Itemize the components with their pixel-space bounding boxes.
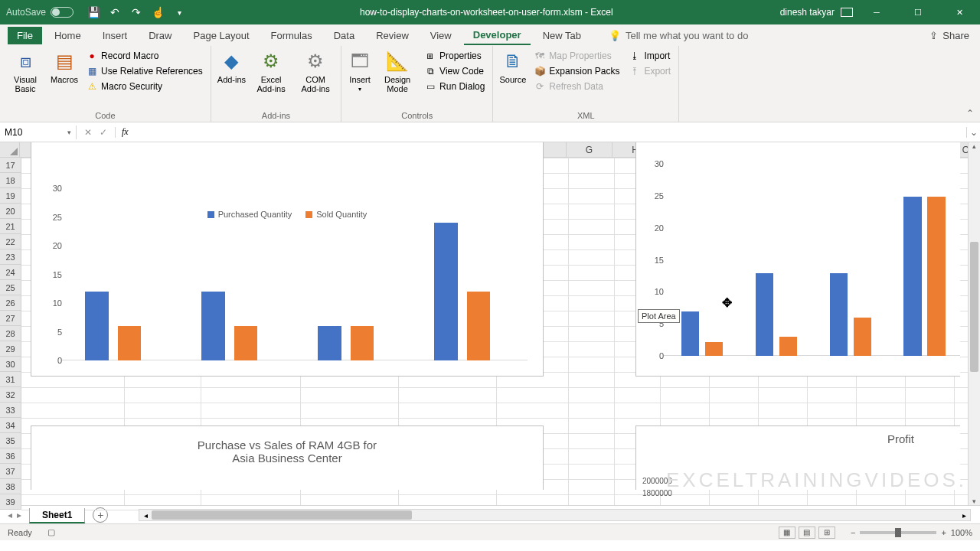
row-header-36[interactable]: 36 <box>0 448 21 464</box>
zoom-in-button[interactable]: + <box>941 528 946 537</box>
bar2-c4-s1[interactable] <box>903 197 921 356</box>
chart-profit[interactable]: Profit 2000000 1800000 <box>635 425 960 490</box>
chevron-down-icon[interactable]: ▾ <box>67 129 71 136</box>
row-header-32[interactable]: 32 <box>0 387 21 403</box>
com-addins-button[interactable]: ⚙COM Add-ins <box>296 49 335 93</box>
enter-formula-icon[interactable]: ✓ <box>100 127 107 138</box>
user-name[interactable]: dinesh takyar <box>780 7 835 18</box>
map-properties-button[interactable]: 🗺Map Properties <box>532 49 621 63</box>
expansion-packs-button[interactable]: 📦Expansion Packs <box>532 64 621 78</box>
tab-page-layout[interactable]: Page Layout <box>185 27 259 44</box>
vscroll-thumb[interactable] <box>970 242 978 372</box>
source-button[interactable]: 🗎Source <box>499 49 526 84</box>
run-dialog-button[interactable]: ▭Run Dialog <box>423 80 486 93</box>
bar-c1-sold[interactable] <box>118 326 141 360</box>
formula-input[interactable] <box>135 131 966 134</box>
plot-area-2[interactable]: 0 5 10 15 20 25 30 <box>664 164 960 356</box>
select-all-corner[interactable] <box>0 142 20 157</box>
bar2-c1-s1[interactable] <box>681 311 699 356</box>
row-header-39[interactable]: 39 <box>0 494 21 510</box>
macro-security-button[interactable]: ⚠Macro Security <box>84 80 204 93</box>
insert-function-icon[interactable]: fx <box>116 126 135 138</box>
customize-qat-icon[interactable]: ▾ <box>173 6 185 18</box>
hscroll-thumb[interactable] <box>152 510 412 520</box>
export-button[interactable]: ⭱Export <box>627 64 672 78</box>
worksheet-grid[interactable]: ABCDEFGHIJKLMNO 171819202122232425262728… <box>0 142 980 505</box>
properties-button[interactable]: 🗉Properties <box>423 49 486 63</box>
row-header-35[interactable]: 35 <box>0 433 21 448</box>
row-header-29[interactable]: 29 <box>0 341 21 357</box>
bar-c4-purchased[interactable] <box>434 223 457 360</box>
tab-insert[interactable]: Insert <box>93 27 137 44</box>
cancel-formula-icon[interactable]: ✕ <box>84 127 92 138</box>
row-header-34[interactable]: 34 <box>0 418 21 433</box>
insert-control-button[interactable]: 🗔Insert▾ <box>348 49 372 93</box>
hscroll-left-icon[interactable]: ◂ <box>139 510 152 522</box>
tab-new-tab[interactable]: New Tab <box>534 27 590 44</box>
sheet-nav-prev-icon[interactable]: ◂ <box>8 510 12 520</box>
bar-c1-purchased[interactable] <box>85 292 108 360</box>
row-header-18[interactable]: 18 <box>0 173 21 188</box>
maximize-button[interactable]: ☐ <box>900 0 936 24</box>
chart-right[interactable]: 0 5 10 15 20 25 30 Plot Area ✥ <box>635 142 960 377</box>
autosave-toggle[interactable]: AutoSave <box>0 7 80 18</box>
vertical-scrollbar[interactable]: ▴ ▾ <box>968 142 980 505</box>
minimize-button[interactable]: ─ <box>859 0 894 24</box>
bar-c2-purchased[interactable] <box>201 292 224 360</box>
expand-formula-bar-icon[interactable]: ⌄ <box>966 127 980 138</box>
row-header-27[interactable]: 27 <box>0 311 21 326</box>
excel-addins-button[interactable]: ⚙Excel Add-ins <box>252 49 290 93</box>
undo-icon[interactable]: ↶ <box>109 6 121 18</box>
row-header-26[interactable]: 26 <box>0 295 21 311</box>
touch-mode-icon[interactable]: ☝ <box>152 6 164 18</box>
bar-c4-sold[interactable] <box>467 292 490 360</box>
zoom-slider[interactable] <box>860 531 936 534</box>
tell-me-search[interactable]: 💡 Tell me what you want to do <box>609 30 748 41</box>
tab-developer[interactable]: Developer <box>464 26 531 45</box>
bar2-c4-s2[interactable] <box>927 197 945 356</box>
page-break-view-button[interactable]: ⊞ <box>818 527 835 539</box>
toggle-off-icon[interactable] <box>51 7 74 18</box>
record-macro-button[interactable]: ●Record Macro <box>84 49 204 63</box>
zoom-level[interactable]: 100% <box>951 528 972 537</box>
row-header-25[interactable]: 25 <box>0 280 21 295</box>
hscroll-right-icon[interactable]: ▸ <box>958 510 970 522</box>
bar2-c1-s2[interactable] <box>705 342 723 356</box>
row-header-38[interactable]: 38 <box>0 479 21 494</box>
collapse-ribbon-icon[interactable]: ⌃ <box>966 108 974 119</box>
row-header-19[interactable]: 19 <box>0 188 21 204</box>
tab-review[interactable]: Review <box>367 27 418 44</box>
bar2-c2-s1[interactable] <box>756 273 773 356</box>
row-header-24[interactable]: 24 <box>0 265 21 280</box>
chart-purchase-sales[interactable]: Purchased Quantity Sold Quantity 0 5 10 … <box>31 142 544 377</box>
bar-c3-sold[interactable] <box>351 326 374 360</box>
sheet-tab-sheet1[interactable]: Sheet1 <box>29 508 85 523</box>
macro-record-icon[interactable]: ▢ <box>47 527 55 537</box>
chart-title-box[interactable]: Purchase vs Sales of RAM 4GB for Asia Bu… <box>31 425 544 490</box>
row-header-17[interactable]: 17 <box>0 158 21 173</box>
bar2-c3-s1[interactable] <box>830 273 848 356</box>
row-header-30[interactable]: 30 <box>0 357 21 372</box>
row-header-20[interactable]: 20 <box>0 204 21 219</box>
design-mode-button[interactable]: 📐Design Mode <box>378 49 416 93</box>
row-header-37[interactable]: 37 <box>0 464 21 479</box>
page-layout-view-button[interactable]: ▤ <box>799 527 815 539</box>
bar-c3-purchased[interactable] <box>318 326 341 360</box>
visual-basic-button[interactable]: ⧈ Visual Basic <box>6 49 44 93</box>
tab-data[interactable]: Data <box>325 27 364 44</box>
zoom-out-button[interactable]: − <box>851 528 855 537</box>
close-button[interactable]: ✕ <box>942 0 977 24</box>
row-header-21[interactable]: 21 <box>0 219 21 234</box>
horizontal-scrollbar[interactable]: ◂ ▸ <box>139 509 971 521</box>
tab-file[interactable]: File <box>8 27 42 44</box>
share-button[interactable]: ⇪ Share <box>929 30 980 41</box>
bar-c2-sold[interactable] <box>234 326 257 360</box>
import-button[interactable]: ⭳Import <box>627 49 672 63</box>
row-header-22[interactable]: 22 <box>0 234 21 249</box>
bar2-c3-s2[interactable] <box>854 318 871 356</box>
column-header-G[interactable]: G <box>567 142 612 157</box>
row-header-28[interactable]: 28 <box>0 326 21 341</box>
row-header-33[interactable]: 33 <box>0 403 21 418</box>
tab-formulas[interactable]: Formulas <box>262 27 322 44</box>
row-header-31[interactable]: 31 <box>0 372 21 387</box>
